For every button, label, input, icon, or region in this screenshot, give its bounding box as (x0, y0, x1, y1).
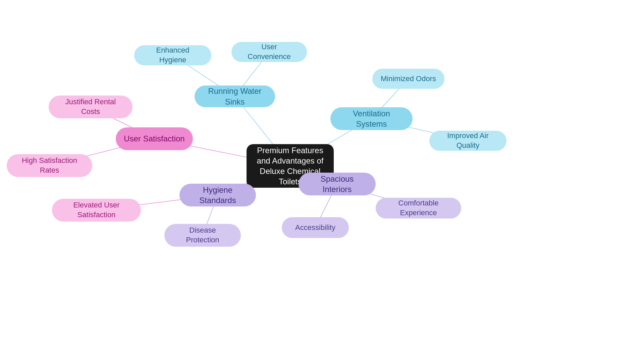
accessibility-node: Accessibility (282, 217, 349, 238)
user-satisfaction-node: User Satisfaction (116, 127, 193, 150)
high-satisfaction-rates-label: High Satisfaction Rates (15, 156, 84, 175)
user-convenience-node: User Convenience (231, 42, 307, 62)
high-satisfaction-rates-node: High Satisfaction Rates (7, 154, 92, 177)
disease-protection-label: Disease Protection (172, 226, 233, 245)
spacious-interiors-label: Spacious Interiors (307, 174, 368, 194)
ventilation-systems-label: Ventilation Systems (338, 108, 405, 129)
hygiene-standards-label: Hygiene Standards (187, 185, 248, 205)
user-satisfaction-label: User Satisfaction (124, 133, 184, 144)
improved-air-quality-node: Improved Air Quality (429, 131, 506, 151)
elevated-user-satisfaction-label: Elevated User Satisfaction (60, 200, 133, 220)
justified-rental-costs-node: Justified Rental Costs (49, 96, 132, 118)
enhanced-hygiene-node: Enhanced Hygiene (134, 45, 211, 65)
minimized-odors-node: Minimized Odors (372, 69, 444, 89)
elevated-user-satisfaction-node: Elevated User Satisfaction (52, 199, 141, 222)
minimized-odors-label: Minimized Odors (381, 74, 436, 84)
running-water-sinks-node: Running Water Sinks (195, 85, 275, 107)
spacious-interiors-node: Spacious Interiors (299, 173, 376, 195)
running-water-sinks-label: Running Water Sinks (203, 86, 267, 107)
enhanced-hygiene-label: Enhanced Hygiene (142, 46, 203, 65)
ventilation-systems-node: Ventilation Systems (330, 107, 413, 130)
user-convenience-label: User Convenience (239, 42, 299, 61)
comfortable-experience-label: Comfortable Experience (384, 198, 453, 218)
comfortable-experience-node: Comfortable Experience (376, 198, 461, 219)
accessibility-label: Accessibility (295, 223, 335, 233)
disease-protection-node: Disease Protection (164, 224, 241, 247)
improved-air-quality-label: Improved Air Quality (437, 131, 498, 150)
justified-rental-costs-label: Justified Rental Costs (57, 97, 124, 116)
hygiene-standards-node: Hygiene Standards (179, 184, 256, 206)
